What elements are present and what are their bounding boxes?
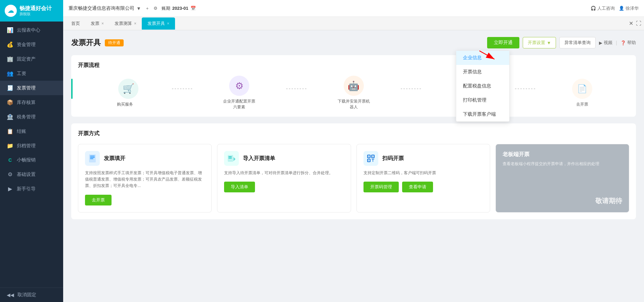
divider: | [616,40,617,45]
logo-name: 畅捷通好会计 [19,5,52,11]
add-company-button[interactable]: ＋ [145,5,149,11]
flow-step-issue: 📄 去开票 [535,79,629,107]
inventory-icon: 📦 [7,99,13,106]
fill-invoice-header: 发票填开 [85,151,205,166]
dropdown-company-info[interactable]: 企业信息 [456,51,509,65]
sidebar-unpin[interactable]: ◀◀ 取消固定 [0,288,63,302]
invoice-settings-button[interactable]: 开票设置 ▼ [523,37,556,48]
page-header: 发票开具 待开通 立即开通 开票设置 ▼ 异常清单查询 ▶ 视频 | ❓ 帮助 [71,37,636,48]
tax-mgmt-icon: 🏦 [7,114,13,120]
play-icon: ▶ [599,40,602,45]
issue-invoice-label: 去开票 [576,102,588,107]
logo-edition: 旗舰版 [19,11,52,16]
sidebar-item-invoice-mgmt[interactable]: 🧾 发票管理 [0,81,63,95]
tax-mgmt-label: 税务管理 [17,114,36,120]
qrcode-mgmt-button[interactable]: 开票码管理 [363,182,399,192]
headset-icon: 🎧 [591,6,596,11]
tab-invoice-issue-close[interactable]: × [167,21,169,26]
step-divider-3 [401,88,421,89]
logo-icon: ☁ [5,5,17,17]
sidebar-nav: 📊 云报表中心 💰 资金管理 🏢 固定资产 👥 工资 🧾 发票管理 📦 [0,22,63,288]
logo: ☁ 畅捷通好会计 旗舰版 [0,0,63,22]
period-display: 账期 2023-01 📅 [162,5,196,11]
tab-invoice-calc-close[interactable]: × [134,21,136,26]
company-selector[interactable]: 重庆畅捷交通信息咨询有限公司 ▼ [69,5,141,11]
activate-button[interactable]: 立即开通 [487,37,519,48]
fund-mgmt-label: 资金管理 [17,42,36,48]
question-icon: ❓ [620,40,626,45]
settings-button[interactable]: ⚙ [154,6,158,11]
buy-service-icon: 🛒 [118,79,138,99]
scan-invoice-icon [363,151,378,166]
company-name: 重庆畅捷交通信息咨询有限公司 [69,5,134,11]
settlement-icon: 📋 [7,128,13,135]
calendar-icon[interactable]: 📅 [190,6,196,11]
cloud-report-label: 云报表中心 [17,27,40,33]
consult-button[interactable]: 🎧 人工咨询 [591,5,615,11]
svg-rect-14 [373,156,373,157]
scan-invoice-header: 扫码开票 [363,151,483,166]
period-label: 账期 [162,5,170,11]
sidebar-item-payroll[interactable]: 👥 工资 [0,66,63,81]
tab-invoice-issue[interactable]: 发票开具 × [142,17,175,30]
unpin-icon: ◀◀ [7,292,14,298]
tab-invoice[interactable]: 发票 × [85,18,109,29]
svg-marker-9 [233,157,235,161]
video-button[interactable]: ▶ 视频 [599,40,612,46]
sidebar-item-report[interactable]: C 小畅报销 [0,153,63,167]
sidebar-item-fixed-assets[interactable]: 🏢 固定资产 [0,52,63,66]
dropdown-invoice-info[interactable]: 开票信息 [456,65,509,79]
sidebar-item-inventory[interactable]: 📦 库存核算 [0,95,63,110]
payroll-label: 工资 [17,71,26,77]
invoice-mgmt-label: 发票管理 [17,85,36,91]
dropdown-download-client[interactable]: 下载开票客户端 [456,107,509,121]
invoice-mgmt-icon: 🧾 [7,85,13,91]
help-button[interactable]: ❓ 帮助 [620,40,636,46]
tab-invoice-calc-label: 发票测算 [115,21,132,27]
report-icon: C [7,157,13,163]
billing-section: 开票方式 发票填开 [71,123,636,219]
tab-invoice-calc[interactable]: 发票测算 × [109,18,142,29]
svg-rect-5 [90,158,93,159]
report-label: 小畅报销 [17,157,36,163]
unpin-label: 取消固定 [17,292,36,298]
dropdown-printer-mgmt[interactable]: 打印机管理 [456,93,509,107]
guide-icon: ▶ [7,186,13,192]
archive-label: 归档管理 [17,143,36,149]
config-enterprise-label: 企业开通配置开票六要素 [222,99,256,110]
invoice-settings-label: 开票设置 [528,40,545,46]
step-divider-4 [515,88,535,89]
view-apply-button[interactable]: 查看申请 [402,182,433,192]
anomaly-button[interactable]: 异常清单查询 [559,37,596,48]
flow-steps: 🛒 购买服务 ⚙ 企业开通配置开票六要素 🤖 下载并安装开票机 [78,76,629,110]
tab-home[interactable]: 首页 [66,18,85,29]
tab-invoice-label: 发票 [91,21,99,27]
sidebar-item-settings[interactable]: ⚙ 基础设置 [0,167,63,182]
boss-invoice-title: 老板端开票 [503,151,622,158]
settlement-label: 结账 [17,128,26,135]
fill-invoice-button[interactable]: 去开票 [85,195,112,205]
consult-label: 人工咨询 [597,5,615,11]
tab-close-button[interactable]: ✕ [629,20,633,27]
topbar-actions: 🎧 人工咨询 👤 徐泽华 [591,5,639,11]
sidebar-item-settlement[interactable]: 📋 结账 [0,124,63,139]
sidebar-item-guide[interactable]: ▶ 新手引导 [0,182,63,196]
fill-invoice-card: 发票填开 支持按照发票样式手工填开发票；可开具增值税电子普通发票、增值税普通发票… [78,144,212,213]
sidebar-item-fund-mgmt[interactable]: 💰 资金管理 [0,37,63,52]
dropdown-tax-config[interactable]: 配置税盘信息 [456,79,509,93]
sidebar-item-tax-mgmt[interactable]: 🏦 税务管理 [0,110,63,124]
cloud-report-icon: 📊 [7,27,13,33]
sidebar-item-archive[interactable]: 📁 归档管理 [0,139,63,153]
fund-mgmt-icon: 💰 [7,41,13,48]
payroll-icon: 👥 [7,70,13,77]
fixed-assets-label: 固定资产 [17,56,36,62]
user-button[interactable]: 👤 徐泽华 [619,5,639,11]
buy-service-label: 购买服务 [117,102,133,107]
tab-invoice-close[interactable]: × [101,21,104,26]
settings-label: 基础设置 [17,172,36,178]
tab-expand-button[interactable]: ⛶ [636,20,641,27]
page-title: 发票开具 [71,38,101,48]
import-list-button[interactable]: 导入清单 [224,182,255,192]
download-robot-label: 下载并安装开票机器人 [337,99,371,110]
sidebar-item-cloud-report[interactable]: 📊 云报表中心 [0,23,63,37]
